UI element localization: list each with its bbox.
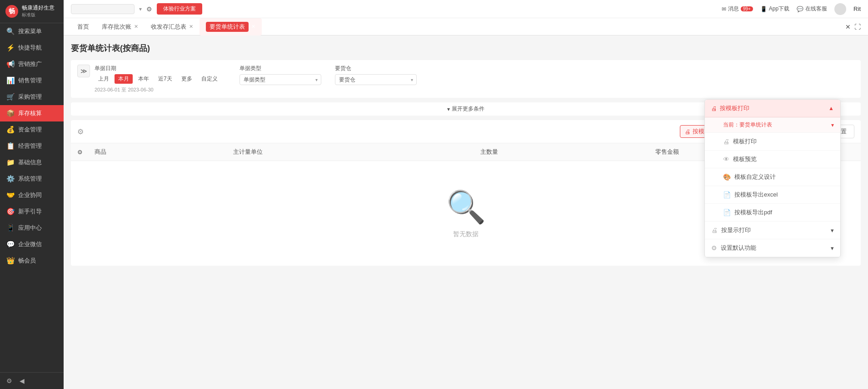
- member-icon: 👑: [6, 257, 15, 265]
- sidebar-item-label: 营销推广: [18, 60, 42, 68]
- topbar: ▾ ⚙ 体验行业方案 ✉ 消息 99+ 📱 App下载 💬 在线客服 Rit: [64, 0, 868, 18]
- export-pdf-label: 按模板导出pdf: [734, 208, 772, 217]
- display-print-label: 按显示打印: [721, 226, 751, 234]
- filter-warehouse-select-wrap: 要货仓 ▾: [335, 74, 417, 85]
- export-excel-icon: 📄: [723, 191, 731, 198]
- date-btn-prev-month[interactable]: 上月: [95, 74, 113, 84]
- filter-type-select[interactable]: 单据类型: [239, 74, 321, 85]
- tab-home[interactable]: 首页: [71, 19, 95, 35]
- online-service-btn[interactable]: 💬 在线客服: [797, 5, 827, 13]
- dropdown-current-template[interactable]: 当前：要货单统计表 ▾: [705, 117, 840, 133]
- sidebar-item-label: 企业微信: [18, 240, 42, 248]
- settings-gear-icon[interactable]: ⚙: [77, 127, 84, 136]
- set-default-label: 设置默认功能: [721, 244, 756, 252]
- sidebar-item-label: 采购管理: [18, 93, 42, 101]
- filter-warehouse-select[interactable]: 要货仓: [335, 74, 417, 85]
- filter-expand-btn[interactable]: ≫: [77, 65, 90, 77]
- set-default-arrow: ▾: [831, 245, 834, 252]
- tab-order-stats-close[interactable]: ✕: [251, 24, 255, 30]
- filter-type-select-wrap: 单据类型 ▾: [239, 74, 321, 85]
- settings-icon[interactable]: ⚙: [6, 377, 12, 384]
- app-download-icon: 📱: [760, 6, 767, 12]
- topbar-right: ✉ 消息 99+ 📱 App下载 💬 在线客服 Rit: [722, 3, 861, 15]
- logo-icon: 畅: [5, 5, 18, 18]
- sidebar-item-guide[interactable]: 🎯 新手引导: [0, 203, 64, 220]
- purchase-icon: 🛒: [6, 93, 15, 101]
- sidebar-item-sales[interactable]: 📊 销售管理: [0, 72, 64, 89]
- app-download-label: App下载: [769, 5, 789, 13]
- app-download-btn[interactable]: 📱 App下载: [760, 5, 789, 13]
- col-quantity: 主数量: [475, 143, 650, 161]
- sidebar-footer: ⚙ ◀: [0, 372, 64, 389]
- sidebar-item-collab[interactable]: 🤝 企业协同: [0, 187, 64, 203]
- topbar-chevron-icon[interactable]: ▾: [139, 6, 142, 12]
- dropdown-title-group: 🖨 按模板打印: [711, 104, 749, 112]
- expand-more-label: 展开更多条件: [452, 105, 484, 113]
- sidebar-item-finance[interactable]: 💰 资金管理: [0, 121, 64, 138]
- printer-icon: 🖨: [685, 128, 691, 135]
- dropdown-item-template-preview[interactable]: 👁 模板预览: [705, 151, 840, 168]
- tab-inventory-batch[interactable]: 库存批次账 ✕: [95, 19, 145, 35]
- display-print-icon: 🖨: [711, 227, 718, 234]
- sidebar-nav: ⚡ 快捷导航 📢 营销推广 📊 销售管理 🛒 采购管理 📦 库存核算 💰 资金管…: [0, 40, 64, 372]
- message-badge: 99+: [741, 6, 753, 11]
- dropdown-section-display-print[interactable]: 🖨 按显示打印 ▾: [705, 222, 840, 239]
- sidebar-item-basic[interactable]: 📁 基础信息: [0, 154, 64, 171]
- quick-nav-icon: ⚡: [6, 44, 15, 52]
- topbar-gear-icon[interactable]: ⚙: [146, 5, 152, 13]
- avatar[interactable]: [834, 3, 846, 15]
- sidebar-item-apps[interactable]: 📱 应用中心: [0, 220, 64, 236]
- message-btn[interactable]: ✉ 消息 99+: [722, 5, 753, 13]
- sidebar-item-inventory[interactable]: 📦 库存核算: [0, 105, 64, 121]
- dropdown-collapse-btn[interactable]: ▲: [828, 105, 834, 111]
- dropdown-item-export-excel[interactable]: 📄 按模板导出excel: [705, 186, 840, 204]
- inventory-icon: 📦: [6, 109, 15, 117]
- tab-inventory-batch-close[interactable]: ✕: [134, 24, 138, 30]
- date-btn-7days[interactable]: 近7天: [155, 74, 176, 84]
- finance-icon: 💰: [6, 126, 15, 134]
- template-preview-label: 模板预览: [733, 155, 757, 163]
- page-content: 要货单统计表(按商品) ≫ 单据日期 上月 本月 本年 近7天 更多 自定义 2…: [64, 35, 868, 389]
- main-content: ▾ ⚙ 体验行业方案 ✉ 消息 99+ 📱 App下载 💬 在线客服 Rit 首…: [64, 0, 868, 389]
- dropdown-item-template-custom[interactable]: 🎨 模板自定义设计: [705, 168, 840, 186]
- current-template-arrow: ▾: [831, 122, 834, 128]
- sidebar-item-purchase[interactable]: 🛒 采购管理: [0, 89, 64, 105]
- date-btn-custom[interactable]: 自定义: [198, 74, 221, 84]
- sidebar-item-marketing[interactable]: 📢 营销推广: [0, 56, 64, 72]
- topbar-search-input[interactable]: [71, 4, 135, 14]
- tab-window-btns: ✕ ⛶: [845, 23, 861, 30]
- maximize-btn[interactable]: ⛶: [854, 23, 861, 30]
- collapse-icon[interactable]: ◀: [20, 377, 25, 384]
- tab-inventory-batch-label: 库存批次账: [102, 23, 131, 31]
- dropdown-section-set-default[interactable]: ⚙ 设置默认功能 ▾: [705, 239, 840, 257]
- sidebar-item-quick-nav[interactable]: ⚡ 快捷导航: [0, 40, 64, 56]
- sidebar-item-operations[interactable]: 📋 经营管理: [0, 138, 64, 154]
- filter-bar: ≫ 单据日期 上月 本月 本年 近7天 更多 自定义 2023-06-01 至 …: [71, 60, 861, 98]
- date-btn-year[interactable]: 本年: [135, 74, 153, 84]
- message-icon: ✉: [722, 6, 726, 12]
- template-print-item-icon: 🖨: [723, 138, 729, 145]
- sidebar-item-member[interactable]: 👑 畅会员: [0, 253, 64, 269]
- dropdown-item-export-pdf[interactable]: 📄 按模板导出pdf: [705, 204, 840, 222]
- date-btn-current-month[interactable]: 本月: [115, 74, 133, 84]
- filter-date-group: 单据日期 上月 本月 本年 近7天 更多 自定义 2023-06-01 至 20…: [95, 65, 221, 93]
- tab-order-stats[interactable]: 要货单统计表 ✕: [200, 18, 262, 35]
- date-btn-more[interactable]: 更多: [178, 74, 196, 84]
- close-window-btn[interactable]: ✕: [845, 23, 851, 30]
- expand-icon: ▾: [447, 106, 450, 112]
- tab-receipt-summary[interactable]: 收发存汇总表 ✕: [145, 19, 200, 35]
- sidebar-item-label: 基础信息: [18, 158, 42, 167]
- sidebar-item-system[interactable]: ⚙️ 系统管理: [0, 171, 64, 187]
- dropdown-header: 🖨 按模板打印 ▲: [705, 100, 840, 117]
- sidebar: 畅 畅康通好生意 标准版 🔍 搜索菜单 ⚡ 快捷导航 📢 营销推广 📊 销售管理…: [0, 0, 64, 389]
- filter-dates: 上月 本月 本年 近7天 更多 自定义: [95, 74, 221, 84]
- sidebar-search[interactable]: 🔍 搜索菜单: [0, 23, 64, 40]
- logo-badge: 标准版: [22, 12, 55, 18]
- tab-receipt-summary-close[interactable]: ✕: [189, 24, 193, 30]
- sidebar-item-wechat[interactable]: 💬 企业微信: [0, 236, 64, 253]
- dropdown-item-template-print[interactable]: 🖨 模板打印: [705, 133, 840, 151]
- operations-icon: 📋: [6, 142, 15, 150]
- trial-btn[interactable]: 体验行业方案: [157, 3, 202, 15]
- basic-icon: 📁: [6, 158, 15, 167]
- tabs-bar: 首页 库存批次账 ✕ 收发存汇总表 ✕ 要货单统计表 ✕ ✕ ⛶: [64, 18, 868, 35]
